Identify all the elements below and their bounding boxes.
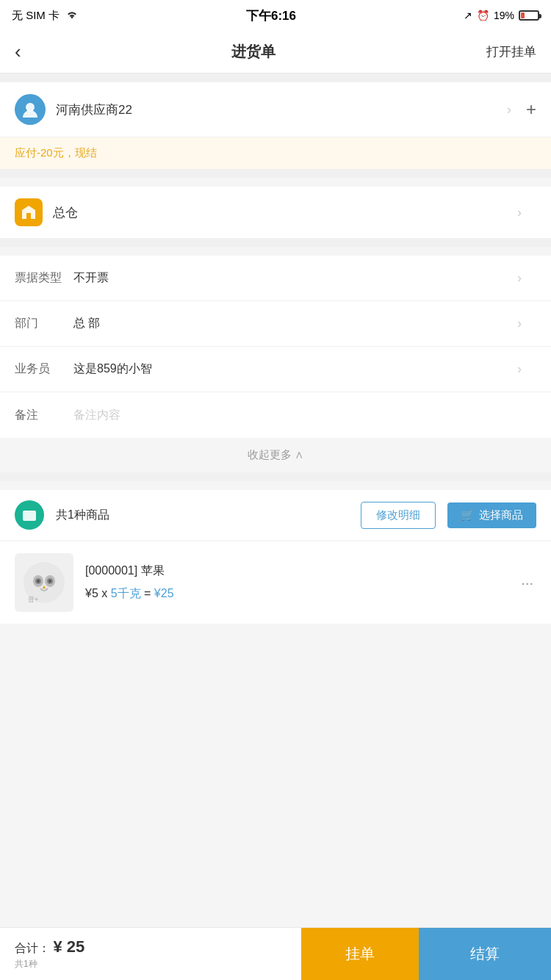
alarm-icon: ⏰ bbox=[477, 10, 489, 21]
more-button[interactable]: ··· bbox=[518, 572, 536, 594]
product-total: ¥25 bbox=[154, 587, 174, 599]
select-label: 选择商品 bbox=[479, 508, 523, 522]
total-sub: 共1种 bbox=[15, 958, 287, 970]
warehouse-row[interactable]: 总仓 › bbox=[0, 187, 551, 238]
warehouse-icon bbox=[15, 198, 43, 226]
bottom-spacer bbox=[0, 624, 551, 682]
dept-value: 总 部 bbox=[73, 316, 517, 331]
invoice-row[interactable]: 票据类型 不开票 › bbox=[0, 256, 551, 301]
invoice-label: 票据类型 bbox=[15, 270, 73, 286]
battery-percent: 19% bbox=[494, 10, 514, 21]
dept-row[interactable]: 部门 总 部 › bbox=[0, 301, 551, 347]
location-icon: ↗ bbox=[464, 10, 472, 21]
equals-sign: = bbox=[141, 587, 154, 599]
warehouse-section: 总仓 › bbox=[0, 187, 551, 238]
sales-value: 这是859的小智 bbox=[73, 361, 517, 377]
svg-rect-1 bbox=[26, 213, 31, 219]
supplier-name: 河南供应商22 bbox=[56, 101, 507, 118]
svg-rect-2 bbox=[23, 511, 36, 521]
sales-row[interactable]: 业务员 这是859的小智 › bbox=[0, 347, 551, 392]
status-bar: 无 SIM 卡 下午6:16 ↗ ⏰ 19% bbox=[0, 0, 551, 31]
form-section: 票据类型 不开票 › 部门 总 部 › 业务员 这是859的小智 › 备注 备注… bbox=[0, 256, 551, 438]
product-item: 普+ [0000001] 苹果 ¥5 x 5千克 = ¥25 ··· bbox=[0, 541, 551, 624]
select-product-button[interactable]: 🛒 选择商品 bbox=[447, 502, 536, 528]
warehouse-chevron-icon: › bbox=[517, 205, 522, 220]
total-section: 合计： ¥ 25 共1种 bbox=[0, 928, 301, 980]
supplier-notice: 应付-20元，现结 bbox=[0, 137, 551, 169]
supplier-section: 河南供应商22 › + 应付-20元，现结 bbox=[0, 82, 551, 169]
status-left: 无 SIM 卡 bbox=[12, 9, 79, 23]
status-right: ↗ ⏰ 19% bbox=[464, 10, 539, 21]
remark-input[interactable]: 备注内容 bbox=[73, 408, 536, 423]
supplier-avatar bbox=[15, 94, 46, 125]
invoice-chevron-icon: › bbox=[517, 270, 522, 286]
gap1 bbox=[0, 73, 551, 82]
gap3 bbox=[0, 238, 551, 247]
collapse-button[interactable]: 收起更多 ∧ bbox=[0, 438, 551, 472]
svg-text:普+: 普+ bbox=[28, 596, 38, 603]
gap2 bbox=[0, 169, 551, 178]
modify-detail-button[interactable]: 修改明细 bbox=[361, 502, 436, 529]
dept-chevron-icon: › bbox=[517, 316, 522, 331]
total-row: 合计： ¥ 25 bbox=[15, 937, 287, 956]
sales-label: 业务员 bbox=[15, 361, 73, 377]
remark-label: 备注 bbox=[15, 408, 73, 423]
select-icon: 🛒 bbox=[461, 508, 475, 522]
battery-icon bbox=[519, 10, 539, 21]
svg-point-8 bbox=[37, 580, 40, 583]
product-code: [0000001] bbox=[85, 564, 141, 577]
open-hang-button[interactable]: 打开挂单 bbox=[486, 43, 536, 60]
bottom-bar: 合计： ¥ 25 共1种 挂单 结算 bbox=[0, 927, 551, 980]
page-title: 进货单 bbox=[231, 42, 276, 62]
total-amount: ¥ 25 bbox=[53, 937, 84, 956]
hang-button[interactable]: 挂单 bbox=[301, 928, 419, 980]
product-icon bbox=[15, 500, 44, 530]
collapse-label: 收起更多 ∧ bbox=[248, 448, 303, 462]
wifi-icon bbox=[65, 10, 79, 22]
chevron-right-icon: › bbox=[507, 102, 511, 118]
carrier-label: 无 SIM 卡 bbox=[12, 9, 60, 23]
sales-chevron-icon: › bbox=[517, 361, 522, 377]
remark-row[interactable]: 备注 备注内容 bbox=[0, 392, 551, 438]
supplier-row[interactable]: 河南供应商22 › + bbox=[0, 82, 551, 137]
product-qty: 5千克 bbox=[111, 587, 141, 599]
dept-label: 部门 bbox=[15, 316, 73, 331]
product-unit-price: ¥5 x bbox=[85, 587, 111, 599]
status-time: 下午6:16 bbox=[246, 7, 296, 24]
nav-bar: ‹ 进货单 打开挂单 bbox=[0, 31, 551, 73]
back-button[interactable]: ‹ bbox=[15, 40, 21, 63]
product-price-row: ¥5 x 5千克 = ¥25 bbox=[85, 586, 506, 602]
product-info: [0000001] 苹果 ¥5 x 5千克 = ¥25 bbox=[85, 563, 506, 602]
checkout-button[interactable]: 结算 bbox=[419, 928, 551, 980]
svg-point-9 bbox=[48, 580, 51, 583]
product-name: [0000001] 苹果 bbox=[85, 563, 506, 579]
invoice-value: 不开票 bbox=[73, 270, 517, 286]
product-count-label: 共1种商品 bbox=[56, 508, 349, 523]
warehouse-name: 总仓 bbox=[53, 204, 517, 221]
gap4 bbox=[0, 472, 551, 481]
add-button[interactable]: + bbox=[526, 99, 536, 120]
product-header: 共1种商品 修改明细 🛒 选择商品 bbox=[0, 490, 551, 540]
total-label: 合计： bbox=[15, 942, 50, 954]
product-thumbnail: 普+ bbox=[15, 553, 73, 612]
